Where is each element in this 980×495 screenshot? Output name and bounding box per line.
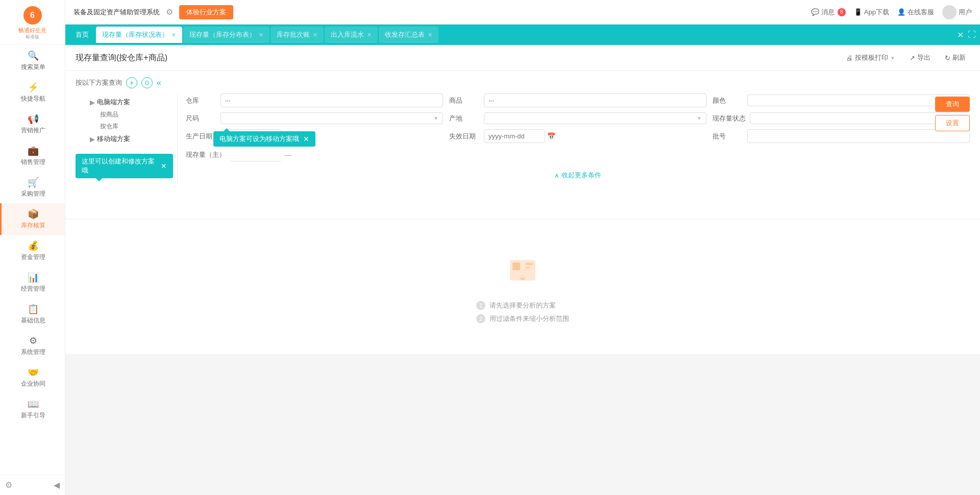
refresh-button[interactable]: ↻ 刷新 <box>941 51 970 64</box>
size-select[interactable]: ▼ <box>220 112 443 124</box>
export-label: 导出 <box>917 53 930 62</box>
topbar-settings-icon[interactable]: ⚙ <box>166 7 173 17</box>
app-download-item[interactable]: 📱 App下载 <box>854 8 889 17</box>
sidebar-item-sales[interactable]: 💼 销售管理 <box>0 140 65 172</box>
collapse-sidebar-icon[interactable]: ◀ <box>54 480 60 490</box>
expiry-date-input[interactable] <box>484 129 545 143</box>
expiry-date-field: 失效日期 📅 <box>449 129 706 143</box>
range-dash: — <box>285 151 291 159</box>
tooltip2-close-icon[interactable]: ✕ <box>161 162 167 170</box>
phone-icon: 📱 <box>854 8 862 16</box>
origin-label: 产地 <box>449 114 480 123</box>
tab-close-icon[interactable]: ✕ <box>172 32 176 38</box>
settings-bottom-icon[interactable]: ⚙ <box>5 480 12 490</box>
online-service-label: 在线客服 <box>908 8 934 17</box>
tooltip-close-icon[interactable]: ✕ <box>303 135 309 143</box>
tab-home[interactable]: 首页 <box>69 27 95 42</box>
sidebar-item-inventory[interactable]: 📦 库存核算 <box>0 203 65 235</box>
batch-no-input[interactable] <box>747 129 970 143</box>
pc-scheme-item[interactable]: ▶ 电脑端方案 <box>86 96 173 109</box>
stock-main-field: 现存量（主） — <box>186 148 445 161</box>
print-button[interactable]: 🖨 按模板打印 ▼ <box>842 51 899 64</box>
tab-label: 库存批次账 <box>277 30 310 39</box>
sidebar-item-label: 企业协同 <box>21 380 45 388</box>
tooltip-pc-scheme: 电脑方案可设为移动方案哦 ✕ <box>213 131 315 147</box>
sidebar-item-purchase[interactable]: 🛒 采购管理 <box>0 172 65 203</box>
tab-batch-account[interactable]: 库存批次账 ✕ <box>271 27 324 43</box>
warehouse-select[interactable]: ··· <box>220 93 443 107</box>
mobile-scheme-item[interactable]: ▶ 移动端方案 <box>86 132 173 146</box>
tab-inventory-status[interactable]: 现存量（库存状况表） ✕ <box>96 27 182 43</box>
pc-scheme-child-label2: 按仓库 <box>100 123 118 130</box>
export-icon: ↗ <box>910 54 915 62</box>
expiry-date-calendar-icon[interactable]: 📅 <box>547 132 555 140</box>
tab-bar: 首页 现存量（库存状况表） ✕ 现存量（库存分布表） ✕ 库存批次账 ✕ 出入库… <box>65 25 980 45</box>
collapse-up-icon: ∧ <box>554 172 559 179</box>
message-item[interactable]: 💬 消息 8 <box>811 8 846 17</box>
tooltip2-text: 这里可以创建和修改方案哦 <box>82 157 157 175</box>
sidebar-item-marketing[interactable]: 📢 营销推广 <box>0 108 65 140</box>
page-title: 现存量查询(按仓库+商品) <box>76 53 167 63</box>
mobile-scheme-label: 移动端方案 <box>97 134 130 144</box>
sidebar-item-label: 库存核算 <box>21 221 45 230</box>
origin-chevron-icon: ▼ <box>697 115 702 121</box>
message-icon: 💬 <box>811 8 819 16</box>
refresh-icon: ↻ <box>945 54 950 62</box>
size-chevron-icon: ▼ <box>433 115 438 121</box>
prod-date-label: 生产日期 <box>186 132 216 141</box>
sidebar-item-enterprise[interactable]: 🤝 企业协同 <box>0 362 65 393</box>
basic-icon: 📋 <box>28 303 39 315</box>
sidebar-item-search[interactable]: 🔍 搜索菜单 <box>0 45 65 77</box>
search-menu-icon: 🔍 <box>28 50 39 61</box>
maximize-tab-btn[interactable]: ⛶ <box>968 30 976 40</box>
filter-row-4: 现存量（主） — <box>186 148 970 161</box>
tab-close-icon[interactable]: ✕ <box>428 32 432 38</box>
online-service-item[interactable]: 👤 在线客服 <box>897 8 934 17</box>
svg-point-4 <box>520 275 525 280</box>
pc-scheme-child-2[interactable]: 按仓库 <box>96 121 173 132</box>
sidebar-item-operation[interactable]: 📊 经营管理 <box>0 267 65 298</box>
tab-summary[interactable]: 收发存汇总表 ✕ <box>379 27 438 43</box>
pc-scheme-child-1[interactable]: 按商品 <box>96 109 173 121</box>
tab-close-icon[interactable]: ✕ <box>367 32 372 38</box>
sidebar-item-finance[interactable]: 💰 资金管理 <box>0 235 65 267</box>
app-download-label: App下载 <box>864 8 889 17</box>
user-item[interactable]: 用户 <box>942 5 972 19</box>
tab-label: 现存量（库存状况表） <box>102 30 168 39</box>
stock-main-min-input[interactable] <box>230 148 281 161</box>
tab-inventory-dist[interactable]: 现存量（库存分布表） ✕ <box>183 27 270 43</box>
goods-select[interactable]: ··· <box>484 93 706 107</box>
app-badge: 标准版 <box>26 34 39 40</box>
user-label: 用户 <box>959 8 972 17</box>
app-name: 畅通好生意 <box>18 27 46 34</box>
add-scheme-button[interactable]: + <box>126 77 137 88</box>
trial-button[interactable]: 体验行业方案 <box>179 5 233 19</box>
back-scheme-button[interactable]: « <box>157 78 161 87</box>
sidebar-logo: 6 畅通好生意 标准版 <box>0 0 65 45</box>
page-actions: 🖨 按模板打印 ▼ ↗ 导出 ↻ 刷新 <box>842 51 970 64</box>
pc-scheme-children: 按商品 按仓库 <box>86 109 173 132</box>
tab-close-icon[interactable]: ✕ <box>259 32 263 38</box>
copy-scheme-button[interactable]: ⊙ <box>141 77 153 88</box>
collapse-filter-button[interactable]: ∧ 收起更多条件 <box>186 167 970 184</box>
sidebar-item-system[interactable]: ⚙ 系统管理 <box>0 330 65 362</box>
marketing-icon: 📢 <box>28 113 39 125</box>
home-tab-label: 首页 <box>76 31 89 38</box>
sidebar-item-guide[interactable]: 📖 新手引导 <box>0 393 65 425</box>
sidebar-item-basic[interactable]: 📋 基础信息 <box>0 298 65 330</box>
notification-badge: 8 <box>838 8 846 16</box>
tab-close-icon[interactable]: ✕ <box>313 32 317 38</box>
export-button[interactable]: ↗ 导出 <box>905 51 935 64</box>
sidebar-item-label: 营销推广 <box>21 126 45 135</box>
sidebar-item-label: 搜索菜单 <box>21 63 45 72</box>
reset-button[interactable]: 设置 <box>935 115 970 131</box>
origin-select[interactable]: ▼ <box>484 112 706 124</box>
tab-flow[interactable]: 出入库流水 ✕ <box>325 27 378 43</box>
search-button[interactable]: 查询 <box>935 97 970 112</box>
close-tab-btn[interactable]: ✕ <box>957 30 964 40</box>
size-field: 尺码 ▼ <box>186 112 443 124</box>
sidebar-item-quicknav[interactable]: ⚡ 快捷导航 <box>0 77 65 108</box>
app-logo-icon: 6 <box>23 6 42 25</box>
empty-step-2-label: 用过滤条件来缩小分析范围 <box>489 314 569 323</box>
scheme-tree: ▶ 电脑端方案 按商品 按仓库 <box>76 93 173 150</box>
